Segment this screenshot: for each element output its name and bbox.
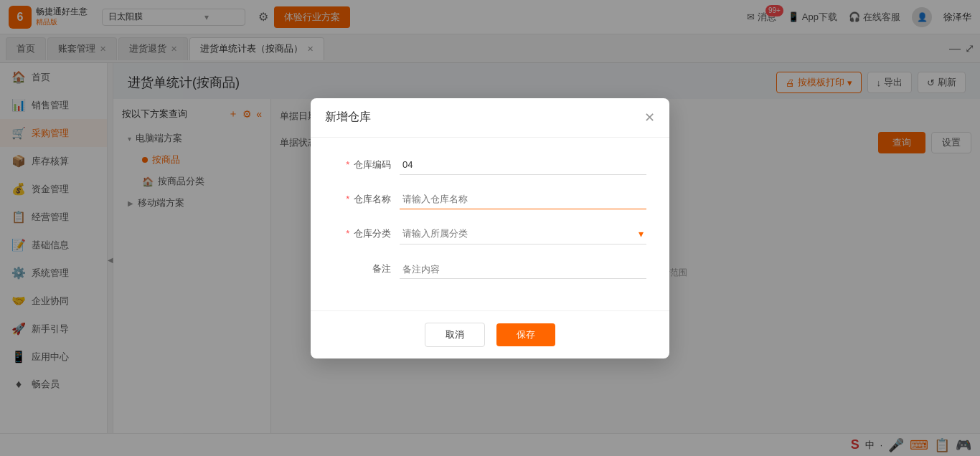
category-input[interactable] xyxy=(402,228,639,239)
category-required-star: * xyxy=(346,228,349,239)
form-row-code: * 仓库编码 xyxy=(334,155,646,175)
category-label-text: 仓库分类 xyxy=(354,228,391,239)
form-row-note: 备注 xyxy=(334,259,646,279)
code-required-star: * xyxy=(346,159,349,170)
code-label-text: 仓库编码 xyxy=(354,159,391,170)
add-warehouse-modal: 新增仓库 ✕ * 仓库编码 * 仓库名称 * 仓库分 xyxy=(311,98,669,358)
cancel-button[interactable]: 取消 xyxy=(425,323,485,347)
note-input[interactable] xyxy=(400,259,646,279)
category-select[interactable]: ▾ xyxy=(400,224,646,244)
category-dropdown-icon: ▾ xyxy=(639,228,644,239)
name-label-text: 仓库名称 xyxy=(354,194,391,204)
modal-title: 新增仓库 xyxy=(325,110,371,125)
form-row-name: * 仓库名称 xyxy=(334,189,646,209)
modal-header: 新增仓库 ✕ xyxy=(311,98,669,138)
save-button[interactable]: 保存 xyxy=(496,323,555,346)
note-label-text: 备注 xyxy=(372,263,391,274)
name-required-star: * xyxy=(346,194,349,204)
code-label: * 仓库编码 xyxy=(334,158,391,171)
name-label: * 仓库名称 xyxy=(334,193,391,206)
code-input[interactable] xyxy=(400,155,646,175)
name-input[interactable] xyxy=(400,189,646,209)
modal-footer: 取消 保存 xyxy=(311,310,669,358)
form-row-category: * 仓库分类 ▾ xyxy=(334,224,646,244)
modal-overlay: 新增仓库 ✕ * 仓库编码 * 仓库名称 * 仓库分 xyxy=(0,0,980,456)
modal-body: * 仓库编码 * 仓库名称 * 仓库分类 ▾ xyxy=(311,138,669,310)
modal-close-button[interactable]: ✕ xyxy=(644,110,655,125)
category-label: * 仓库分类 xyxy=(334,227,391,240)
note-label: 备注 xyxy=(334,262,391,275)
